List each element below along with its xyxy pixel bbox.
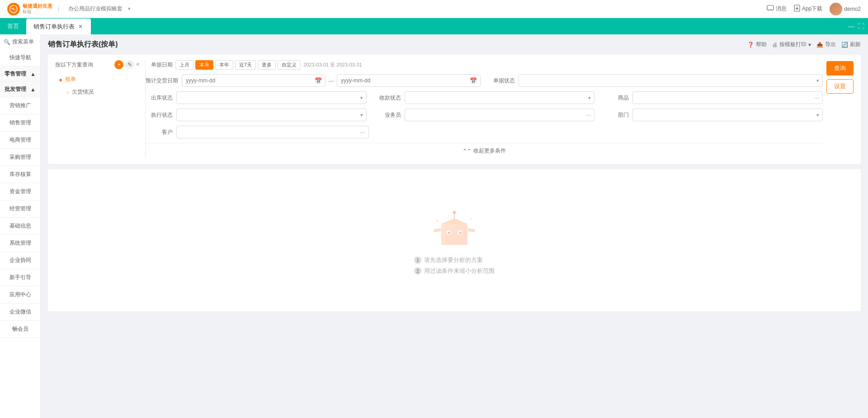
sidebar-item-enterprise[interactable]: 企业协同: [0, 252, 40, 269]
retail-expand-icon: ▲: [30, 71, 36, 77]
expected-date-label: 预计交货日期: [146, 77, 178, 85]
date-btn-last7[interactable]: 近7天: [235, 60, 256, 70]
sidebar-item-ecommerce[interactable]: 电商管理: [0, 132, 40, 149]
exec-label: 执行状态: [146, 111, 173, 119]
scheme-sub-arrears[interactable]: ○ 欠货情况: [55, 86, 140, 98]
svg-text:✦: ✦: [464, 212, 467, 215]
tab-close-icon[interactable]: ✕: [77, 23, 84, 31]
scheme-item-by-order[interactable]: ● 按单: [55, 73, 140, 86]
customer-input[interactable]: [176, 126, 369, 138]
order-status-input[interactable]: [519, 74, 823, 87]
exec-input[interactable]: [176, 109, 367, 121]
nav-dropdown-arrow[interactable]: ▾: [128, 6, 131, 12]
product-input[interactable]: [632, 91, 823, 104]
filter-field-exec: 执行状态 ▾: [146, 109, 367, 121]
sidebar-item-system[interactable]: 系统管理: [0, 235, 40, 252]
salesman-input-wrapper: ···: [405, 109, 595, 121]
print-btn[interactable]: 🖨 按模板打印 ▾: [772, 41, 811, 48]
search-action-panel: 查询 设置: [823, 60, 854, 158]
tab-sales-exec[interactable]: 销售订单执行表 ✕: [26, 19, 91, 35]
minimize-icon[interactable]: —: [848, 23, 854, 30]
date-btn-this-month[interactable]: 本月: [195, 60, 213, 70]
product-input-wrapper: ···: [632, 91, 823, 104]
refresh-icon: 🔄: [841, 42, 848, 48]
sidebar-item-purchase[interactable]: 采购管理: [0, 149, 40, 166]
scheme-active-icon: ●: [59, 76, 62, 83]
page-title-bar: 销售订单执行表(按单) ❓ 帮助 🖨 按模板打印 ▾ 📤 导出: [48, 40, 861, 49]
delivery-input[interactable]: [176, 91, 367, 104]
sidebar-item-wechat[interactable]: 企业微信: [0, 304, 40, 321]
scheme-sub-icon: ○: [66, 89, 69, 95]
date-range-text: 2023-03-01 至 2023-03-31: [303, 62, 362, 68]
expected-date-from[interactable]: [182, 74, 326, 87]
message-icon: [767, 5, 774, 13]
dept-input[interactable]: [632, 109, 823, 121]
refresh-btn[interactable]: 🔄 刷新: [841, 41, 861, 48]
filter-row-2: 预计交货日期 📅 —: [146, 74, 823, 87]
filter-section: 按以下方案查询 + ✎ « ● 按单 ○: [55, 60, 854, 158]
empty-state-tips: 1 请先选择要分析的方案 2 用过滤条件来缩小分析范围: [414, 256, 495, 275]
search-icon: 🔍: [4, 39, 10, 45]
app-download-btn[interactable]: App下载: [794, 5, 822, 13]
header-left: 畅捷通好生意 标版 | 办公用品行业模拟账套 ▾: [7, 3, 131, 15]
collapse-scheme-btn[interactable]: «: [136, 60, 140, 69]
sidebar-item-sales[interactable]: 销售管理: [0, 114, 40, 132]
filter-fields-area: 单据日期 上月 本月 本年 近7天 更多 自定义: [146, 60, 823, 158]
sidebar-section-wholesale[interactable]: 批发管理 ▲: [0, 82, 40, 97]
title-actions: ❓ 帮助 🖨 按模板打印 ▾ 📤 导出 🔄 刷新: [747, 41, 861, 48]
calendar-from-icon: 📅: [315, 77, 322, 84]
content-area: 销售订单执行表(按单) ❓ 帮助 🖨 按模板打印 ▾ 📤 导出: [41, 34, 868, 418]
sidebar-item-operations[interactable]: 经营管理: [0, 200, 40, 218]
date-btn-this-year[interactable]: 本年: [215, 60, 233, 70]
sidebar-item-quick-nav[interactable]: 零售管理 快捷导航: [0, 49, 40, 66]
filter-field-expected-date: 预计交货日期 📅 —: [146, 74, 481, 87]
wholesale-expand-icon: ▲: [30, 86, 36, 93]
customer-label: 客户: [146, 128, 173, 136]
message-btn[interactable]: 消息: [767, 5, 787, 13]
exec-input-wrapper: ▾: [176, 109, 367, 121]
expected-date-to[interactable]: [337, 74, 481, 87]
search-btn[interactable]: 查询: [826, 61, 854, 76]
settings-btn[interactable]: 设置: [826, 79, 854, 94]
logo-area[interactable]: 畅捷通好生意 标版: [7, 3, 52, 15]
sidebar-item-finance[interactable]: 资金管理: [0, 183, 40, 200]
sidebar-search[interactable]: 🔍 搜索菜单: [0, 34, 40, 49]
sidebar-item-basic[interactable]: 基础信息: [0, 218, 40, 235]
sidebar-item-inventory[interactable]: 库存核算: [0, 166, 40, 183]
app-subtitle[interactable]: 办公用品行业模拟账套: [68, 5, 123, 13]
edit-scheme-btn[interactable]: ✎: [125, 60, 134, 69]
logo-icon: [7, 3, 20, 15]
svg-rect-3: [441, 224, 467, 245]
user-profile[interactable]: demo2: [830, 3, 861, 15]
payment-input-wrapper: ▾: [405, 91, 595, 104]
sidebar-section-retail[interactable]: 零售管理 ▲: [0, 66, 40, 82]
expected-date-from-wrapper: 📅: [182, 74, 326, 87]
sidebar-item-newuser[interactable]: 新手引导: [0, 269, 40, 286]
page-content: 销售订单执行表(按单) ❓ 帮助 🖨 按模板打印 ▾ 📤 导出: [41, 34, 868, 317]
maximize-icon[interactable]: ⛶: [858, 23, 864, 30]
filter-field-date: 单据日期 上月 本月 本年 近7天 更多 自定义: [146, 60, 362, 70]
empty-state: ✦ ✦ ✦ 1 请先选择要分析的方案 2 用过滤条件来缩小分析范围: [48, 169, 861, 311]
sidebar-item-marketing[interactable]: 营销推广: [0, 97, 40, 114]
payment-input[interactable]: [405, 91, 595, 104]
date-field-label: 单据日期: [146, 61, 173, 69]
print-icon: 🖨: [772, 42, 778, 48]
tab-home[interactable]: 首页: [0, 18, 26, 34]
filter-row-1: 单据日期 上月 本月 本年 近7天 更多 自定义: [146, 60, 823, 70]
date-quick-btns: 上月 本月 本年 近7天 更多 自定义: [175, 60, 301, 70]
date-btn-more[interactable]: 更多: [258, 60, 276, 70]
date-btn-last-month[interactable]: 上月: [175, 60, 193, 70]
dept-input-wrapper: ▾: [632, 109, 823, 121]
help-btn[interactable]: ❓ 帮助: [747, 41, 767, 48]
add-scheme-btn[interactable]: +: [114, 60, 123, 69]
salesman-input[interactable]: [405, 109, 595, 121]
collapse-more-btn[interactable]: ⌃⌃ 收起更多条件: [146, 143, 823, 158]
sidebar-item-member[interactable]: 畅会员: [0, 321, 40, 338]
date-btn-custom[interactable]: 自定义: [278, 60, 301, 70]
delivery-label: 出库状态: [146, 94, 173, 102]
avatar: [830, 3, 842, 15]
calendar-to-icon: 📅: [470, 77, 477, 84]
sidebar-item-apps[interactable]: 应用中心: [0, 286, 40, 304]
svg-rect-1: [767, 5, 774, 10]
export-btn[interactable]: 📤 导出: [816, 41, 836, 48]
